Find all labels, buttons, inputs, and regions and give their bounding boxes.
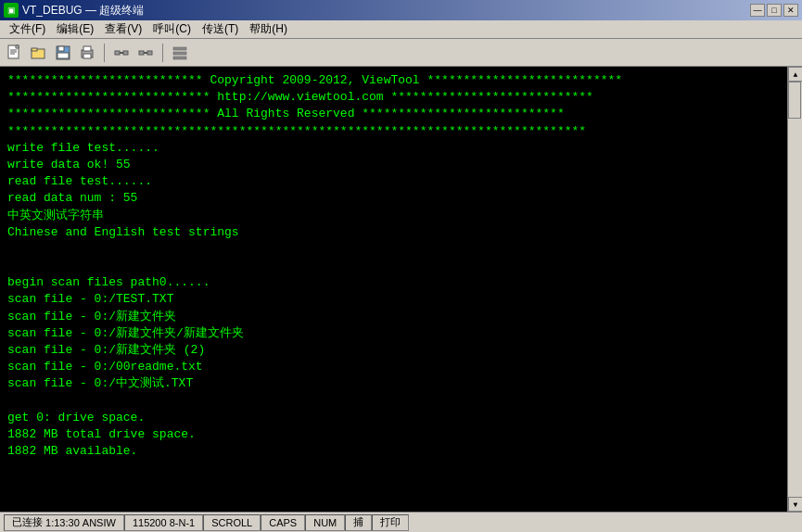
settings-icon: [172, 44, 188, 61]
svg-rect-13: [123, 51, 128, 55]
connect-icon: [113, 44, 130, 61]
svg-rect-12: [115, 51, 120, 55]
menu-file[interactable]: 文件(F): [4, 19, 51, 39]
app-icon: ▣: [4, 3, 19, 18]
menu-help[interactable]: 帮助(H): [244, 19, 293, 39]
scrollbar[interactable]: ▲ ▼: [787, 67, 802, 512]
print-status: 打印: [372, 514, 409, 531]
svg-rect-19: [173, 47, 186, 50]
print-icon: [79, 44, 95, 61]
main-area: *************************** Copyright 20…: [0, 67, 802, 512]
open-icon: [31, 44, 47, 61]
menu-view[interactable]: 查看(V): [99, 19, 147, 39]
menu-edit[interactable]: 编辑(E): [51, 19, 99, 39]
scroll-track[interactable]: [788, 82, 802, 497]
disconnect-button[interactable]: [134, 42, 157, 64]
svg-rect-8: [57, 53, 69, 58]
svg-rect-20: [173, 52, 186, 55]
menu-transfer[interactable]: 传送(T): [197, 19, 244, 39]
connection-status: 已连接 1:13:30 ANSIW: [4, 514, 124, 531]
open-button[interactable]: [28, 42, 50, 64]
toolbar-separator-1: [104, 44, 105, 62]
print-button[interactable]: [76, 42, 98, 64]
svg-rect-10: [83, 46, 91, 51]
menu-call[interactable]: 呼叫(C): [147, 19, 197, 39]
connect-button[interactable]: [110, 42, 133, 64]
save-button[interactable]: [52, 42, 74, 64]
scroll-status: SCROLL: [203, 514, 261, 531]
title-bar: ▣ VT_DEBUG — 超级终端 — □ ✕: [0, 0, 802, 20]
svg-rect-15: [139, 51, 144, 55]
terminal-output[interactable]: *************************** Copyright 20…: [0, 67, 787, 512]
maximize-button[interactable]: □: [767, 4, 782, 17]
disconnect-icon: [137, 44, 154, 61]
svg-rect-21: [173, 57, 186, 59]
save-icon: [55, 44, 71, 61]
scroll-up-button[interactable]: ▲: [788, 67, 802, 82]
settings-button[interactable]: [169, 42, 191, 64]
scroll-down-button[interactable]: ▼: [788, 497, 802, 512]
svg-rect-11: [83, 54, 91, 58]
capture-status: 捕: [345, 514, 372, 531]
terminal-text: *************************** Copyright 20…: [7, 72, 780, 460]
window-title: VT_DEBUG — 超级终端: [22, 3, 144, 19]
toolbar-separator-2: [162, 44, 163, 62]
svg-rect-7: [58, 46, 64, 51]
new-button[interactable]: [4, 42, 26, 64]
minimize-button[interactable]: —: [750, 4, 765, 17]
scroll-thumb[interactable]: [788, 82, 801, 119]
num-status: NUM: [305, 514, 345, 531]
new-icon: [6, 44, 23, 61]
svg-rect-16: [147, 51, 152, 55]
svg-rect-5: [32, 48, 37, 51]
status-bar: 已连接 1:13:30 ANSIW 115200 8-N-1 SCROLL CA…: [0, 512, 802, 532]
close-button[interactable]: ✕: [783, 4, 798, 17]
toolbar: [0, 39, 802, 67]
baud-status: 115200 8-N-1: [124, 514, 203, 531]
caps-status: CAPS: [261, 514, 305, 531]
menu-bar: 文件(F) 编辑(E) 查看(V) 呼叫(C) 传送(T) 帮助(H): [0, 20, 802, 39]
